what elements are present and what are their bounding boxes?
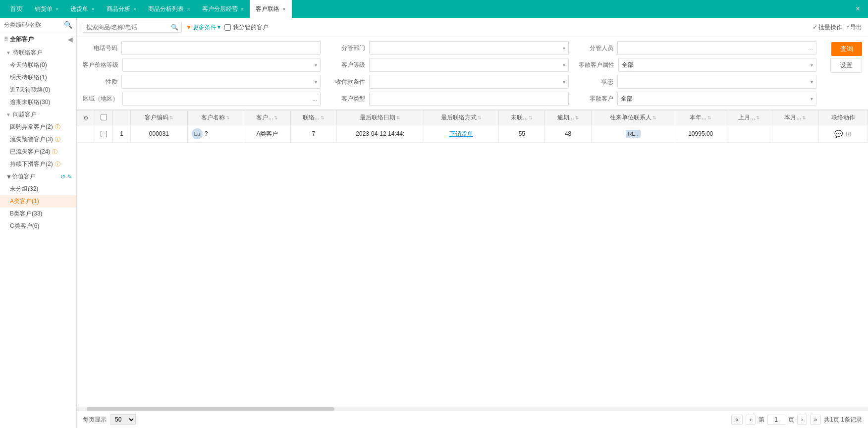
export-icon: ↑ xyxy=(846,24,849,31)
th-num xyxy=(113,110,131,125)
retail-customer-select[interactable]: 全部▾ xyxy=(617,92,816,106)
sidebar-item-tomorrow-contact[interactable]: 明天待联络(1) xyxy=(0,71,76,84)
close-contact-tab-icon[interactable]: × xyxy=(282,6,285,12)
manager-select[interactable]: … xyxy=(617,41,816,55)
status-select[interactable]: ▾ xyxy=(617,75,816,89)
per-page-select[interactable]: 50 100 200 xyxy=(110,414,136,425)
export-button[interactable]: ↑ 导出 xyxy=(846,23,862,32)
region-select[interactable]: … xyxy=(122,92,321,106)
customer-level-select[interactable]: ▾ xyxy=(369,58,568,72)
retail-attr-select[interactable]: 全部▾ xyxy=(618,58,816,72)
nav-tab-purchase[interactable]: 进货单 × xyxy=(64,0,100,18)
th-last-date[interactable]: 最后联络日期 ⇅ xyxy=(336,110,424,125)
sidebar-group-value-customers[interactable]: ▼ 价值客户 ↺ ✎ xyxy=(0,170,76,183)
payment-select[interactable]: ▾ xyxy=(369,75,568,89)
select-all-checkbox[interactable] xyxy=(101,114,107,120)
settings-button[interactable]: 设置 xyxy=(830,58,862,73)
sidebar-item-a-customers[interactable]: A类客户(1) xyxy=(0,195,76,208)
next-page-button[interactable]: › xyxy=(797,415,807,425)
customer-type-select[interactable] xyxy=(369,92,568,106)
phone-input[interactable] xyxy=(121,41,321,55)
message-icon[interactable]: 💬 xyxy=(834,130,843,138)
triangle-icon3: ▼ xyxy=(6,173,12,180)
th-last-month[interactable]: 上月... ⇅ xyxy=(726,110,772,125)
filter-search-input[interactable] xyxy=(86,24,171,31)
td-type-cell: A类客户 xyxy=(244,125,290,143)
filter-search-icon[interactable]: 🔍 xyxy=(171,24,178,31)
close-all-tabs-button[interactable]: × xyxy=(852,4,864,13)
sidebar-item-churned[interactable]: 已流失客户(24) ⓘ xyxy=(0,146,76,158)
sidebar-item-unclassified[interactable]: 未分组(32) xyxy=(0,183,76,195)
td-num-cell: 1 xyxy=(113,125,131,143)
sidebar-group-problem-customers[interactable]: ▼ 问题客户 xyxy=(0,108,76,121)
batch-op-button[interactable]: ✓ 批量操作 xyxy=(813,23,842,32)
sidebar-item-7days-contact[interactable]: 近7天待联络(0) xyxy=(0,84,76,96)
warn-icon-1: ⓘ xyxy=(55,123,60,131)
page-total-label: 页 xyxy=(788,416,794,424)
th-overdue[interactable]: 逾期... ⇅ xyxy=(545,110,591,125)
filter-more-button[interactable]: ▼ 更多条件 ▾ xyxy=(186,23,220,32)
batch-icon: ✓ xyxy=(813,24,817,31)
dept-label: 分管部门 xyxy=(330,44,365,53)
th-contact[interactable]: 联络... ⇅ xyxy=(290,110,336,125)
sidebar-group-pending-contact[interactable]: ▼ 待联络客户 xyxy=(0,47,76,59)
filter-search-wrap: 🔍 xyxy=(83,22,182,33)
price-level-select[interactable]: ▾ xyxy=(122,58,321,72)
close-analysis-tab-icon[interactable]: × xyxy=(133,6,136,12)
query-button[interactable]: 查询 xyxy=(831,42,862,56)
sidebar-item-c-customers[interactable]: C类客户(6) xyxy=(0,220,76,232)
sidebar-item-declining[interactable]: 持续下滑客户(2) ⓘ xyxy=(0,158,76,170)
th-name[interactable]: 客户名称 ⇅ xyxy=(187,110,244,125)
th-check[interactable] xyxy=(95,110,113,125)
my-customers-checkbox[interactable] xyxy=(224,24,231,31)
sidebar-item-overdue-contact[interactable]: 逾期未联络(30) xyxy=(0,96,76,108)
last-page-button[interactable]: » xyxy=(810,415,821,425)
page-input[interactable] xyxy=(767,415,785,425)
qr-icon[interactable]: ⊞ xyxy=(846,130,852,138)
edit-icon[interactable]: ✎ xyxy=(67,173,72,180)
close-sales-tab-icon[interactable]: × xyxy=(55,6,58,12)
close-purchase-tab-icon[interactable]: × xyxy=(91,6,94,12)
sidebar-item-b-customers[interactable]: B类客户(33) xyxy=(0,208,76,220)
nav-tab-customer-contact[interactable]: 客户联络 × xyxy=(250,0,291,18)
th-no-contact[interactable]: 未联... ⇅ xyxy=(499,110,545,125)
prev-page-button[interactable]: ‹ xyxy=(746,415,756,425)
sidebar-item-today-contact[interactable]: 今天待联络(0) xyxy=(0,59,76,71)
sidebar-search-icon[interactable]: 🔍 xyxy=(64,21,72,29)
filter-cell-customer-type: 客户类型 xyxy=(330,92,568,106)
th-this-year[interactable]: 本年... ⇅ xyxy=(675,110,726,125)
nav-tab-analysis-list[interactable]: 商品分析列表 × xyxy=(142,0,196,18)
dept-select[interactable]: ▾ xyxy=(369,41,568,55)
filter-cell-phone: 电话号码 xyxy=(83,41,321,55)
nature-select[interactable]: ▾ xyxy=(121,75,321,89)
filter-cell-payment: 收付款条件 ▾ xyxy=(330,75,568,89)
th-this-month[interactable]: 本月... ⇅ xyxy=(772,110,818,125)
overdue-sort-icon: ⇅ xyxy=(575,115,579,120)
last-method-link[interactable]: 下销货单 xyxy=(449,130,473,137)
nav-tab-analysis[interactable]: 商品分析 × xyxy=(101,0,142,18)
triangle-icon2: ▼ xyxy=(6,112,11,117)
nav-tab-customer-segment[interactable]: 客户分层经营 × xyxy=(196,0,250,18)
close-analysis-list-tab-icon[interactable]: × xyxy=(187,6,190,12)
my-customers-filter: 我分管的客户 xyxy=(224,23,269,32)
sidebar-item-repurchase-abnormal[interactable]: 回购异常客户(2) ⓘ xyxy=(0,121,76,133)
sidebar-search-input[interactable] xyxy=(4,21,64,28)
horizontal-scrollbar[interactable] xyxy=(77,407,868,411)
row-checkbox[interactable] xyxy=(101,131,107,137)
sidebar-all-customers[interactable]: ⠿ 全部客户 ◀ xyxy=(0,32,76,47)
nav-home[interactable]: 首页 xyxy=(4,4,29,13)
th-last-method[interactable]: 最后联络方式 ⇅ xyxy=(424,110,498,125)
th-type[interactable]: 客户... ⇅ xyxy=(244,110,290,125)
th-code[interactable]: 客户编码 ⇅ xyxy=(131,110,188,125)
status-label: 状态 xyxy=(579,78,613,86)
refresh-icon[interactable]: ↺ xyxy=(60,173,65,180)
bottom-bar: 每页显示 50 100 200 « ‹ 第 页 › » 共1页 1条记录 xyxy=(77,411,868,428)
nav-tab-sales[interactable]: 销货单 × xyxy=(29,0,64,18)
th-action: 联络动作 xyxy=(818,110,868,125)
th-unit-contact[interactable]: 往来单位联系人 ⇅ xyxy=(591,110,675,125)
first-page-button[interactable]: « xyxy=(731,415,743,425)
th-settings[interactable]: ⚙ xyxy=(77,110,95,125)
close-segment-tab-icon[interactable]: × xyxy=(241,6,244,12)
sidebar-item-churn-warning[interactable]: 流失预警客户(3) ⓘ xyxy=(0,133,76,146)
no-contact-sort-icon: ⇅ xyxy=(529,115,533,120)
